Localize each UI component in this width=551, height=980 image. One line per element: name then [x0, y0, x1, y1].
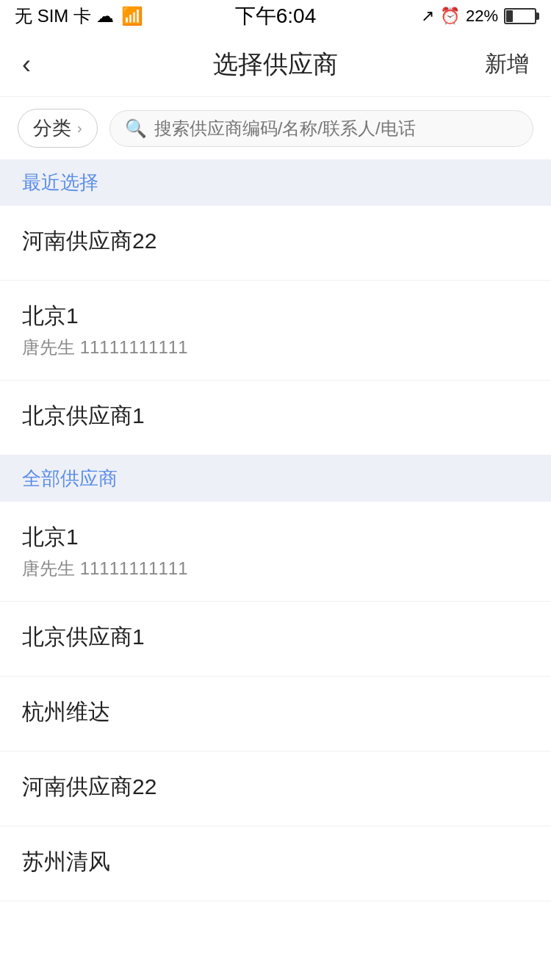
- battery-icon: [504, 8, 536, 24]
- alarm-icon: ⏰: [440, 7, 460, 26]
- item-sub: 唐先生 11111111111: [22, 336, 529, 359]
- list-item[interactable]: 河南供应商22: [0, 752, 551, 826]
- item-name: 北京1: [22, 522, 529, 552]
- filter-bar: 分类 › 🔍: [0, 97, 551, 159]
- recent-items-list: 河南供应商22北京1唐先生 11111111111北京供应商1: [0, 206, 551, 455]
- chevron-right-icon: ›: [77, 120, 82, 137]
- page-title: 选择供应商: [213, 48, 338, 82]
- add-button[interactable]: 新增: [485, 49, 529, 79]
- category-label: 分类: [33, 115, 71, 141]
- all-items-list: 北京1唐先生 11111111111北京供应商1杭州维达河南供应商22苏州清风: [0, 502, 551, 901]
- list-item[interactable]: 北京1唐先生 11111111111: [0, 281, 551, 381]
- item-name: 河南供应商22: [22, 772, 529, 802]
- item-name: 北京供应商1: [22, 622, 529, 652]
- item-name: 杭州维达: [22, 697, 529, 727]
- search-input[interactable]: [154, 118, 518, 139]
- back-button[interactable]: ‹: [22, 49, 66, 80]
- item-name: 苏州清风: [22, 847, 529, 877]
- list-item[interactable]: 苏州清风: [0, 826, 551, 901]
- search-box: 🔍: [109, 110, 533, 147]
- status-bar: 无 SIM 卡 ☁ 📶 下午6:04 ↗ ⏰ 22%: [0, 0, 551, 32]
- recent-section-header: 最近选择: [0, 159, 551, 206]
- list-item[interactable]: 杭州维达: [0, 677, 551, 752]
- status-right: ↗ ⏰ 22%: [421, 7, 536, 26]
- item-sub: 唐先生 11111111111: [22, 557, 529, 580]
- all-section-header: 全部供应商: [0, 455, 551, 502]
- wifi-icon: 📶: [121, 6, 143, 26]
- status-time: 下午6:04: [235, 2, 317, 30]
- sim-indicator: 无 SIM 卡 ☁: [15, 4, 114, 28]
- status-left: 无 SIM 卡 ☁ 📶: [15, 4, 143, 28]
- list-item[interactable]: 北京供应商1: [0, 602, 551, 677]
- nav-bar: ‹ 选择供应商 新增: [0, 32, 551, 97]
- list-item[interactable]: 北京1唐先生 11111111111: [0, 502, 551, 602]
- item-name: 河南供应商22: [22, 226, 529, 256]
- list-item[interactable]: 河南供应商22: [0, 206, 551, 281]
- battery-percent: 22%: [466, 7, 498, 26]
- search-icon: 🔍: [125, 118, 147, 139]
- category-filter-button[interactable]: 分类 ›: [18, 109, 98, 148]
- item-name: 北京1: [22, 301, 529, 331]
- list-item[interactable]: 北京供应商1: [0, 381, 551, 455]
- item-name: 北京供应商1: [22, 401, 529, 431]
- location-icon: ↗: [421, 7, 434, 26]
